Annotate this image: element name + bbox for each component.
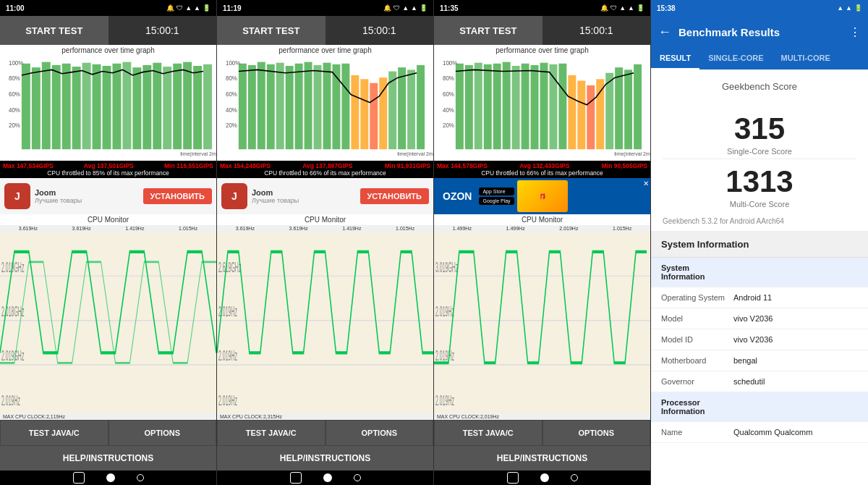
- ad-install-button-1[interactable]: УСТАНОВИТЬ: [143, 188, 212, 204]
- start-test-button-2[interactable]: START TEST: [217, 16, 326, 45]
- geekbench-score-section: Geekbench Score: [651, 69, 868, 106]
- ozon-close-icon[interactable]: ✕: [643, 180, 649, 187]
- nav-back-2[interactable]: [290, 472, 302, 484]
- options-button-1[interactable]: OPTIONS: [109, 420, 217, 446]
- phone-panel-3: 11:35 🔔 🛡 ▲ ▲ 🔋 START TEST 15:00:1 perfo…: [434, 0, 651, 485]
- svg-rect-20: [173, 64, 182, 149]
- tab-result[interactable]: RESULT: [651, 48, 699, 69]
- nav-recents-2[interactable]: [354, 474, 361, 481]
- ozon-ad-banner[interactable]: OZON App Store Google Play 🎁 ✕: [434, 178, 650, 214]
- nav-recents-3[interactable]: [571, 474, 578, 481]
- svg-rect-76: [493, 64, 501, 149]
- googleplay-badge[interactable]: Google Play: [479, 197, 514, 205]
- nav-dots-1: [0, 471, 216, 485]
- options-button-3[interactable]: OPTIONS: [542, 420, 651, 446]
- throttle-text-2: CPU throttled to 66% of its max performa…: [220, 169, 430, 177]
- nav-home-3[interactable]: [540, 473, 549, 482]
- ad-subtitle-2: Лучшие товары: [252, 197, 356, 204]
- svg-text:time(interval 2min): time(interval 2min): [614, 151, 650, 157]
- svg-rect-50: [351, 75, 359, 149]
- battery-icon-1: 🔋: [203, 4, 210, 12]
- nav-back-1[interactable]: [73, 472, 85, 484]
- svg-rect-38: [239, 64, 247, 149]
- svg-rect-51: [360, 79, 368, 149]
- cpu-monitor-label-3: CPU Monitor: [434, 214, 650, 225]
- stat-min-3: Min 90,505GIPS: [602, 162, 647, 169]
- svg-text:80%: 80%: [9, 75, 21, 82]
- test-java-button-2[interactable]: TEST JAVA/C: [217, 420, 326, 446]
- geekbench-score-label: Geekbench Score: [663, 81, 856, 92]
- svg-rect-6: [32, 67, 41, 149]
- svg-text:40%: 40%: [226, 106, 238, 113]
- test-java-button-3[interactable]: TEST JAVA/C: [434, 420, 542, 446]
- timer-display-2: 15:00:1: [326, 16, 434, 45]
- ad-subtitle-1: Лучшие товары: [35, 197, 139, 204]
- ad-install-button-2[interactable]: УСТАНОВИТЬ: [360, 188, 429, 204]
- cpu-graph-3: 3.019GHz 2.019Hz 2.019Hz 2.019Hz: [434, 232, 650, 413]
- nav-back-3[interactable]: [507, 472, 519, 484]
- svg-rect-15: [122, 62, 131, 150]
- svg-rect-46: [314, 65, 322, 149]
- ad-title-1: Joom: [35, 188, 139, 197]
- stats-bar-3: Max 144,578GIPS Avg 132,433GIPS Min 90,5…: [434, 161, 650, 178]
- shield-icon-2: 🛡: [393, 4, 400, 12]
- stat-avg-2: Avg 137,897GIPS: [302, 162, 352, 169]
- help-button-3[interactable]: HELP/INSTRUCTIONS: [434, 446, 650, 471]
- appstore-badge[interactable]: App Store: [479, 187, 514, 195]
- tab-multi-core[interactable]: MULTI-CORE: [773, 48, 839, 69]
- nav-recents-1[interactable]: [137, 474, 144, 481]
- bench-content: Geekbench Score 315 Single-Core Score 13…: [651, 69, 868, 485]
- stats-row-3: Max 144,578GIPS Avg 132,433GIPS Min 90,5…: [437, 162, 647, 169]
- help-button-1[interactable]: HELP/INSTRUCTIONS: [0, 446, 216, 471]
- bench-signal-icon: ▲: [846, 4, 852, 12]
- system-info-section-header: System Information: [651, 232, 868, 258]
- info-row-motherboard: Motherboard bengal: [651, 350, 868, 371]
- svg-rect-75: [484, 64, 492, 149]
- svg-rect-83: [558, 64, 566, 149]
- status-icons-1: 🔔 🛡 ▲ ▲ 🔋: [166, 4, 210, 12]
- stat-max-1: Max 147,534GIPS: [3, 162, 54, 169]
- shield-icon-3: 🛡: [610, 4, 617, 12]
- svg-rect-9: [62, 64, 71, 149]
- tab-single-core[interactable]: SINGLE-CORE: [699, 48, 772, 69]
- nav-home-2[interactable]: [323, 473, 332, 482]
- bench-back-button[interactable]: ←: [658, 25, 671, 40]
- benchmark-panel: 15:38 ▲ ▲ 🔋 ← Benchmark Results ⋮ RESULT…: [651, 0, 868, 485]
- status-time-1: 11:00: [6, 4, 25, 12]
- nav-home-1[interactable]: [106, 473, 115, 482]
- test-java-button-1[interactable]: TEST JAVA/C: [0, 420, 109, 446]
- status-bar-2: 11:19 🔔 🛡 ▲ ▲ 🔋: [217, 0, 433, 16]
- svg-rect-85: [577, 80, 585, 149]
- timer-display-1: 15:00:1: [109, 16, 217, 45]
- svg-rect-79: [522, 64, 529, 149]
- options-button-2[interactable]: OPTIONS: [326, 420, 434, 446]
- bench-status-bar: 15:38 ▲ ▲ 🔋: [651, 0, 868, 16]
- info-key-governor: Governor: [661, 377, 733, 386]
- svg-rect-40: [258, 62, 265, 150]
- ad-banner-1[interactable]: J Joom Лучшие товары УСТАНОВИТЬ: [0, 178, 216, 214]
- info-key-modelid: Model ID: [661, 335, 733, 344]
- cpu-svg-1: 2.019GHz 2.018GHz 2.019GHz 2.019Hz: [0, 232, 216, 413]
- ad-logo-1: J: [4, 183, 30, 209]
- svg-rect-57: [417, 65, 425, 149]
- info-row-os: Operating System Android 11: [651, 287, 868, 308]
- svg-rect-16: [132, 67, 141, 149]
- svg-rect-56: [407, 69, 415, 149]
- ad-banner-2[interactable]: J Joom Лучшие товары УСТАНОВИТЬ: [217, 178, 433, 214]
- bench-menu-button[interactable]: ⋮: [849, 25, 861, 39]
- start-test-button-3[interactable]: START TEST: [434, 16, 542, 45]
- perf-svg-3: 100% 80% 60% 40% 20% ti: [434, 56, 650, 157]
- perf-svg-1: 100% 80% 60% 40% 20%: [0, 56, 216, 157]
- help-button-2[interactable]: HELP/INSTRUCTIONS: [217, 446, 433, 471]
- svg-rect-8: [52, 65, 61, 149]
- multi-core-score-value: 1313: [663, 166, 856, 197]
- single-core-score-value: 315: [663, 114, 856, 144]
- status-bar-3: 11:35 🔔 🛡 ▲ ▲ 🔋: [434, 0, 650, 16]
- bench-header: ← Benchmark Results ⋮: [651, 16, 868, 48]
- svg-rect-59: [217, 232, 433, 413]
- start-test-button-1[interactable]: START TEST: [0, 16, 109, 45]
- svg-rect-77: [503, 62, 511, 150]
- info-val-motherboard: bengal: [733, 356, 858, 365]
- svg-rect-25: [0, 232, 216, 413]
- perf-graph-1: performance over time graph 100% 80% 60%…: [0, 45, 216, 161]
